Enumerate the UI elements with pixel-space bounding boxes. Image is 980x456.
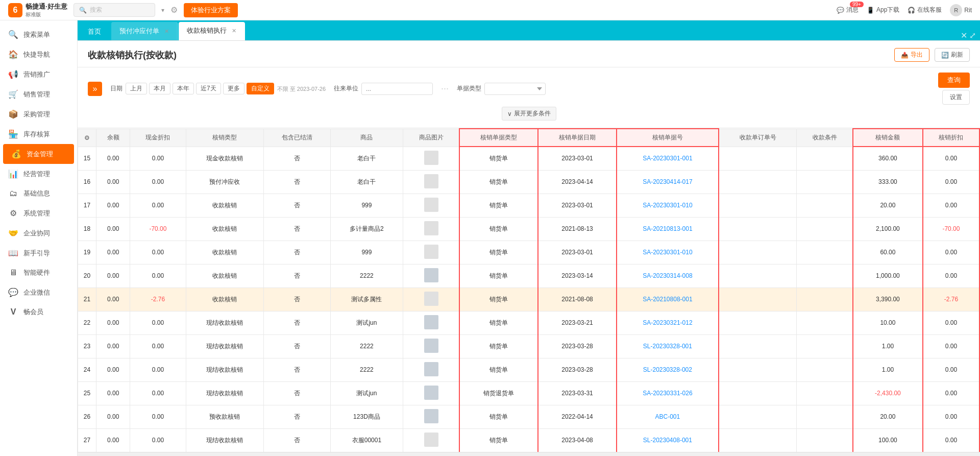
sidebar-item-system[interactable]: ⚙ 系统管理 <box>0 203 77 223</box>
search-box[interactable]: 🔍 搜索 <box>74 3 155 17</box>
tab-collection[interactable]: 收款核销执行 ✕ <box>179 22 245 40</box>
sidebar-item-sales[interactable]: 🛒 销售管理 <box>0 84 77 104</box>
cell-row-num: 27 <box>78 428 96 452</box>
cell-cancel-doc-no-link[interactable]: SA-20230314-008 <box>643 272 692 279</box>
setting-button[interactable]: 设置 <box>942 90 970 105</box>
tab-home[interactable]: 首页 <box>78 23 111 40</box>
cell-balance: 0.00 <box>96 358 130 381</box>
table-row: 210.00-2.76收款核销否测试多属性销货单2021-08-08SA-202… <box>78 287 980 311</box>
sidebar-item-wechat[interactable]: 💬 企业微信 <box>0 282 77 302</box>
cell-cancel-doc-no-link[interactable]: SA-20230301-010 <box>643 249 692 256</box>
cell-include-settled: 否 <box>263 287 330 311</box>
source-input[interactable] <box>361 83 433 95</box>
maximize-icon[interactable]: ⤢ <box>969 31 976 40</box>
table-row: 190.000.00收款核销否999销货单2023-03-01SA-202303… <box>78 241 980 264</box>
online-service-btn[interactable]: 🎧 在线客服 <box>908 6 942 14</box>
th-settings[interactable]: ⚙ <box>78 129 96 147</box>
cell-cancel-doc-no-link[interactable]: ABC-001 <box>655 413 680 420</box>
table-wrap[interactable]: ⚙ 余额 现金折扣 核销类型 包含已结清 商品 商品图片 核销单据类型 核销单据… <box>78 128 980 452</box>
sidebar-label-purchase: 采购管理 <box>23 110 50 119</box>
cell-cancel-doc-no[interactable]: SL-20230328-001 <box>617 334 719 358</box>
search-chevron-icon[interactable]: ▾ <box>161 7 164 14</box>
sidebar-item-corp[interactable]: 🤝 企业协同 <box>0 223 77 243</box>
sidebar-item-guide[interactable]: 📖 新手引导 <box>0 243 77 263</box>
export-button[interactable]: 📤 导出 <box>894 48 929 62</box>
user-profile[interactable]: R Rit <box>950 4 972 16</box>
cell-cancel-doc-no[interactable]: ABC-001 <box>617 405 719 428</box>
cell-goods: 2222 <box>330 264 403 287</box>
cell-cancel-doc-no[interactable]: SL-20230408-001 <box>617 428 719 452</box>
goods-image-thumbnail <box>424 315 438 329</box>
cell-include-settled: 否 <box>263 428 330 452</box>
tab-prepay-close-icon[interactable]: ✕ <box>164 28 169 35</box>
date-btn-this-month[interactable]: 本月 <box>149 83 170 94</box>
corp-icon: 🤝 <box>8 228 18 238</box>
export-icon: 📤 <box>901 52 909 59</box>
cell-cancel-doc-date: 2023-03-31 <box>538 381 617 405</box>
cell-cancel-amount: 2,100.00 <box>853 217 923 241</box>
cell-cancel-doc-no-link[interactable]: SA-20230301-010 <box>643 202 692 209</box>
sidebar-item-purchase[interactable]: 📦 采购管理 <box>0 104 77 124</box>
sidebar-item-search-menu[interactable]: 🔍 搜索菜单 <box>0 25 77 44</box>
table-row: 260.000.00预收款核销否123D商品销货单2022-04-14ABC-0… <box>78 405 980 428</box>
cell-cancel-type: 收款核销 <box>186 241 263 264</box>
tab-collection-close-icon[interactable]: ✕ <box>232 28 236 34</box>
cell-collection-condition <box>797 381 853 405</box>
expand-more-btn[interactable]: ∨ 展开更多条件 <box>502 107 556 121</box>
cell-goods: 测试jun <box>330 381 403 405</box>
sidebar-item-quick-nav[interactable]: 🏠 快捷导航 <box>0 44 77 64</box>
doctype-select[interactable] <box>484 83 546 95</box>
close-window-icon[interactable]: ✕ <box>961 31 967 40</box>
cell-cancel-doc-no-link[interactable]: SL-20230328-002 <box>643 366 692 373</box>
cell-cancel-doc-no-link[interactable]: SA-20210808-001 <box>643 296 692 303</box>
date-btn-last-month[interactable]: 上月 <box>126 83 147 94</box>
cell-goods: 999 <box>330 194 403 217</box>
refresh-button[interactable]: 🔄 刷新 <box>935 48 970 62</box>
cell-cancel-type: 现结收款核销 <box>186 381 263 405</box>
industry-btn[interactable]: 体验行业方案 <box>184 3 238 17</box>
date-btn-more[interactable]: 更多 <box>223 83 244 94</box>
cell-cancel-doc-no-link[interactable]: SL-20230408-001 <box>643 437 692 444</box>
gear-icon[interactable]: ⚙ <box>170 5 178 15</box>
doctype-filter: 单据类型 <box>457 83 546 95</box>
sidebar-item-operations[interactable]: 📊 经营管理 <box>0 164 77 184</box>
cell-cancel-doc-no-link[interactable]: SA-20230321-012 <box>643 319 692 326</box>
cell-collection-condition <box>797 264 853 287</box>
sidebar-item-vip[interactable]: V 畅会员 <box>0 302 77 322</box>
cell-cancel-doc-no[interactable]: SA-20230301-001 <box>617 147 719 170</box>
sidebar-item-marketing[interactable]: 📢 营销推广 <box>0 64 77 84</box>
cell-cancel-doc-type: 销货单 <box>459 264 538 287</box>
cell-cancel-doc-no-link[interactable]: SA-20210813-001 <box>643 225 692 232</box>
cell-balance: 0.00 <box>96 147 130 170</box>
cell-cancel-doc-no[interactable]: SA-20230414-017 <box>617 170 719 194</box>
cell-cancel-doc-no[interactable]: SA-20230321-012 <box>617 311 719 334</box>
cell-cancel-doc-no-link[interactable]: SA-20230301-001 <box>643 155 692 162</box>
cell-cancel-doc-no[interactable]: SA-20230314-008 <box>617 264 719 287</box>
app-download-btn[interactable]: 📱 App下载 <box>867 6 899 14</box>
cell-cancel-amount: 60.00 <box>853 241 923 264</box>
cell-cancel-doc-no[interactable]: SL-20230328-002 <box>617 358 719 381</box>
query-button[interactable]: 查询 <box>938 73 970 88</box>
cell-goods-img <box>403 381 459 405</box>
date-btn-this-year[interactable]: 本年 <box>173 83 194 94</box>
message-btn[interactable]: 💬 消息 99+ <box>837 6 859 14</box>
cell-cancel-doc-no-link[interactable]: SA-20230331-026 <box>643 390 692 397</box>
cell-cancel-doc-no[interactable]: SA-20230301-010 <box>617 194 719 217</box>
cell-cancel-doc-no[interactable]: SA-20230331-026 <box>617 381 719 405</box>
sidebar-label-inventory: 库存核算 <box>23 130 50 139</box>
logo-name: 畅捷通·好生意 标准版 <box>26 2 67 18</box>
collapse-filter-btn[interactable]: » <box>88 82 102 96</box>
sidebar-item-inventory[interactable]: 🏪 库存核算 <box>0 124 77 144</box>
cell-cancel-doc-no-link[interactable]: SA-20230414-017 <box>643 178 692 185</box>
tab-prepay[interactable]: 预付冲应付单 ✕ <box>111 22 178 40</box>
cell-cancel-doc-no[interactable]: SA-20210808-001 <box>617 287 719 311</box>
sidebar-item-basic-info[interactable]: 🗂 基础信息 <box>0 184 77 203</box>
cell-cancel-doc-no-link[interactable]: SL-20230328-001 <box>643 343 692 350</box>
cell-cancel-doc-no[interactable]: SA-20210813-001 <box>617 217 719 241</box>
date-btn-7days[interactable]: 近7天 <box>196 83 221 94</box>
sidebar-item-hardware[interactable]: 🖥 智能硬件 <box>0 263 77 282</box>
cell-cancel-doc-no[interactable]: SA-20230301-010 <box>617 241 719 264</box>
date-btn-custom[interactable]: 自定义 <box>247 83 274 94</box>
column-settings-icon[interactable]: ⚙ <box>84 134 90 141</box>
sidebar-item-finance[interactable]: 💰 资金管理 <box>3 144 74 164</box>
